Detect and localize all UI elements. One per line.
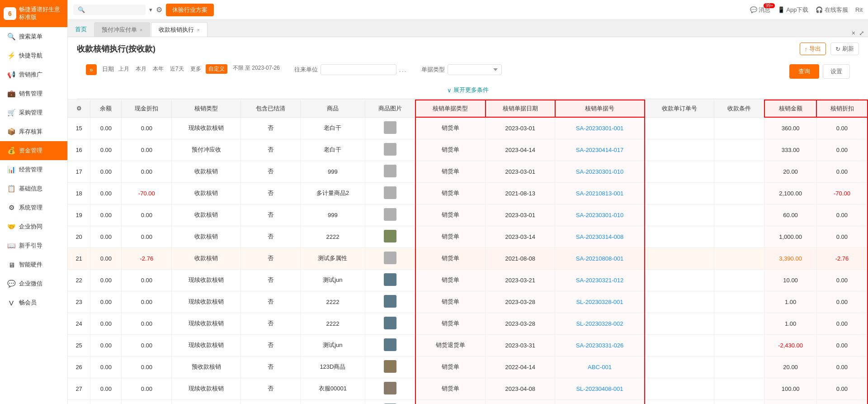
tab-writeoff-close-icon[interactable]: × [197,27,199,33]
date-btn-last-month[interactable]: 上月 [117,64,131,74]
export-button[interactable]: ↑ 导出 [800,43,826,55]
sidebar-label-14: 畅会员 [19,299,37,307]
tab-prepay[interactable]: 预付冲应付单 × [94,22,150,37]
expand-more-button[interactable]: ∨ 展开更多条件 [447,86,489,94]
sidebar-item-13[interactable]: 💬 企业微信 [0,274,67,293]
sidebar-item-5[interactable]: 📦 库存核算 [0,122,67,141]
notification-badge[interactable]: 💬 消息 99+ [750,6,771,14]
highlight-amount-6: 3,390.00 [779,255,802,262]
sidebar-item-1[interactable]: ⚡ 快捷导航 [0,46,67,65]
sidebar-item-10[interactable]: 🤝 企业协同 [0,217,67,236]
bill-no-link-4[interactable]: SA-20230301-010 [576,212,624,219]
sidebar-item-9[interactable]: ⚙ 系统管理 [0,198,67,217]
cell-include_settled-13: 否 [241,399,300,404]
tab-prepay-close-icon[interactable]: × [140,27,142,33]
cell-writeoff_amount-7: 10.00 [764,269,817,291]
date-btn-more[interactable]: 更多 [189,64,203,74]
bill-no-link-5[interactable]: SA-20230314-008 [576,233,624,240]
sidebar-icon-9: ⚙ [7,204,15,212]
topbar-right: 💬 消息 99+ 📱 App下载 🎧 在线客服 Rit [750,6,863,14]
sidebar-item-3[interactable]: 💼 销售管理 [0,84,67,103]
date-btn-this-year[interactable]: 本年 [151,64,165,74]
sidebar-item-7[interactable]: 📊 经营管理 [0,160,67,179]
sidebar-item-0[interactable]: 🔍 搜索菜单 [0,27,67,46]
col-header-balance: 余额 [90,100,122,117]
filter-dots-icon[interactable]: ... [399,66,407,73]
query-button[interactable]: 查询 [789,64,819,79]
cell-balance-1: 0.00 [90,139,122,161]
sidebar-label-2: 营销推广 [19,71,42,79]
filter-bill-type-select[interactable] [448,64,502,75]
online-service-link[interactable]: 🎧 在线客服 [816,6,848,14]
sidebar-item-8[interactable]: 📋 基础信息 [0,179,67,198]
bill-no-link-10[interactable]: SA-20230331-026 [576,342,624,349]
product-image-8 [384,295,396,308]
bill-no-link-3[interactable]: SA-20210813-001 [576,190,624,197]
product-image-0 [384,121,396,134]
bill-no-link-0[interactable]: SA-20230301-001 [576,125,624,132]
negative-value-6: -2.76 [835,255,849,262]
cell-bill_date-5: 2023-03-14 [486,226,555,247]
cell-bill_type-11: 销货单 [415,356,485,378]
cell-receipt_condition-2 [714,161,764,182]
tab-window-actions: × ⤢ [848,29,868,37]
bill-no-link-9[interactable]: SL-20230328-002 [576,320,623,327]
cell-receipt_condition-7 [714,269,764,291]
cell-include_settled-4: 否 [241,204,300,226]
date-custom-button[interactable]: 自定义 [206,64,227,74]
cell-writeoff_discount-0: 0.00 [816,117,868,139]
bill-no-link-7[interactable]: SA-20230321-012 [576,277,624,284]
cell-include_settled-3: 否 [241,182,300,204]
cell-balance-5: 0.00 [90,226,122,247]
filter-toggle-button[interactable]: » [86,64,97,75]
sidebar-icon-2: 📢 [7,71,15,79]
cell-product-11: 123D商品 [300,356,365,378]
notification-count: 99+ [764,3,775,8]
cell-bill_no-5: SA-20230314-008 [555,226,645,247]
window-close-icon[interactable]: × [852,29,855,37]
cell-bill_date-1: 2023-04-14 [486,139,555,161]
bill-no-link-6[interactable]: SA-20210808-001 [576,255,624,262]
refresh-button[interactable]: ↻ 刷新 [830,43,859,55]
sidebar-item-6[interactable]: 💰 资金管理 [0,141,67,160]
date-btn-7days[interactable]: 近7天 [168,64,186,74]
sidebar-item-12[interactable]: 🖥 智能硬件 [0,255,67,274]
sidebar-item-14[interactable]: V 畅会员 [0,293,67,312]
industry-btn[interactable]: 休验行业方案 [166,4,214,16]
filter-settings-button[interactable]: 设置 [823,64,850,79]
bill-no-link-1[interactable]: SA-20230414-017 [576,147,624,153]
tab-writeoff[interactable]: 收款核销执行 × [151,22,207,37]
search-box[interactable]: 🔍 [73,5,146,15]
cell-writeoff_amount-9: 1.00 [764,313,817,334]
cell-seq-3: 18 [68,182,90,204]
date-btn-this-month[interactable]: 本月 [134,64,148,74]
topbar-dropdown[interactable]: ▾ [149,6,152,13]
bill-no-link-11[interactable]: ABC-001 [588,364,612,371]
bill-no-link-12[interactable]: SL-20230408-001 [576,385,623,392]
cell-receipt_condition-13 [714,399,764,404]
cell-seq-9: 24 [68,313,90,334]
bill-no-link-2[interactable]: SA-20230301-010 [576,168,624,175]
cell-receipt_condition-10 [714,334,764,356]
cell-writeoff_type-1: 预付冲应收 [172,139,241,161]
window-resize-icon[interactable]: ⤢ [859,29,864,37]
cell-bill_type-10: 销货退货单 [415,334,485,356]
cell-bill_no-9: SL-20230328-002 [555,313,645,334]
col-header-product_img: 商品图片 [365,100,416,117]
product-image-5 [384,230,396,242]
filter-from-unit-input[interactable] [321,64,396,75]
settings-gear-icon[interactable]: ⚙ [156,5,162,14]
filter-date-label: 日期 [102,65,114,73]
cell-bill_date-3: 2021-08-13 [486,182,555,204]
app-download-link[interactable]: 📱 App下载 [778,6,808,14]
cell-cash_discount-1: 0.00 [122,139,172,161]
bill-no-link-8[interactable]: SL-20230328-001 [576,299,623,305]
product-image-4 [384,208,396,221]
cell-product_img-5 [365,226,416,247]
sidebar-item-2[interactable]: 📢 营销推广 [0,65,67,84]
tab-home[interactable]: 首页 [68,22,94,37]
sidebar-item-11[interactable]: 📖 新手引导 [0,236,67,255]
sidebar-item-4[interactable]: 🛒 采购管理 [0,103,67,122]
cell-writeoff_amount-6: 3,390.00 [764,247,817,269]
user-info[interactable]: Rit [855,6,863,13]
